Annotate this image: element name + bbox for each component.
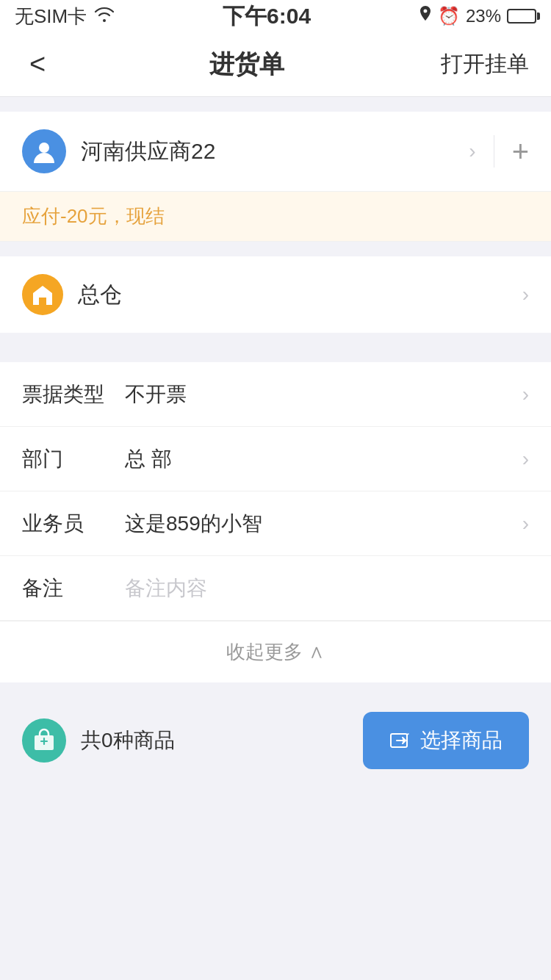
vertical-divider	[494, 135, 494, 167]
supplier-name: 河南供应商22	[81, 137, 469, 167]
carrier-text: 无SIM卡	[15, 4, 87, 29]
back-button[interactable]: <	[22, 41, 53, 87]
sales-label: 业务员	[22, 510, 110, 538]
gap-1	[0, 97, 551, 112]
supplier-row[interactable]: 河南供应商22 › +	[0, 112, 551, 192]
supplier-avatar	[22, 129, 66, 173]
battery-icon	[507, 9, 536, 24]
nav-bar: < 进货单 打开挂单	[0, 32, 551, 97]
product-count-area: 共0种商品	[22, 718, 175, 763]
svg-point-0	[39, 143, 49, 153]
warehouse-icon	[22, 274, 63, 315]
invoice-row[interactable]: 票据类型 不开票 ›	[0, 362, 551, 427]
select-product-button[interactable]: 选择商品	[363, 712, 529, 769]
collapse-label: 收起更多 ∧	[226, 639, 324, 665]
form-section: 票据类型 不开票 › 部门 总 部 › 业务员 这是859的小智 › 备注 备注…	[0, 362, 551, 682]
sales-value: 这是859的小智	[110, 510, 522, 538]
dept-label: 部门	[22, 445, 110, 473]
warehouse-name: 总仓	[78, 280, 522, 310]
warehouse-row[interactable]: 总仓 ›	[0, 256, 551, 333]
alarm-icon: ⏰	[438, 6, 460, 26]
status-right: ⏰ 23%	[419, 6, 536, 26]
collapse-button[interactable]: 收起更多 ∧	[0, 621, 551, 682]
gap-2	[0, 242, 551, 256]
select-product-label: 选择商品	[420, 727, 503, 754]
product-icon	[22, 718, 66, 763]
open-pending-button[interactable]: 打开挂单	[441, 49, 529, 79]
product-count-text: 共0种商品	[81, 727, 175, 754]
supplier-section: 河南供应商22 › + 应付-20元，现结	[0, 112, 551, 242]
status-left: 无SIM卡	[15, 4, 115, 29]
status-bar: 无SIM卡 下午6:04 ⏰ 23%	[0, 0, 551, 32]
supplier-notice: 应付-20元，现结	[0, 192, 551, 242]
status-time: 下午6:04	[223, 1, 311, 32]
supplier-chevron-icon: ›	[469, 140, 475, 163]
remark-label: 备注	[22, 574, 110, 602]
invoice-chevron-icon: ›	[522, 383, 529, 406]
dept-value: 总 部	[110, 445, 522, 473]
invoice-value: 不开票	[110, 381, 522, 408]
warehouse-section: 总仓 ›	[0, 256, 551, 333]
remark-row[interactable]: 备注 备注内容	[0, 556, 551, 621]
add-supplier-button[interactable]: +	[512, 135, 529, 168]
invoice-label: 票据类型	[22, 381, 110, 408]
battery-text: 23%	[466, 6, 501, 26]
page-title: 进货单	[209, 48, 284, 82]
wifi-icon	[94, 5, 115, 28]
bottom-bar: 共0种商品 选择商品	[0, 697, 551, 784]
sales-chevron-icon: ›	[522, 512, 529, 536]
location-icon	[419, 6, 432, 26]
svg-rect-1	[39, 298, 46, 305]
dept-row[interactable]: 部门 总 部 ›	[0, 427, 551, 491]
remark-input[interactable]: 备注内容	[110, 574, 529, 602]
warehouse-chevron-icon: ›	[522, 283, 529, 306]
dept-chevron-icon: ›	[522, 447, 529, 471]
gap-3	[0, 333, 551, 347]
sales-row[interactable]: 业务员 这是859的小智 ›	[0, 491, 551, 556]
